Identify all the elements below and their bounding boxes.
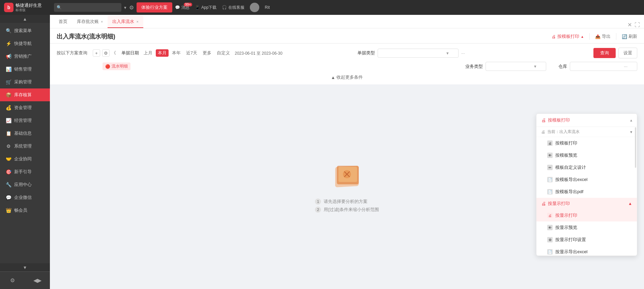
sidebar-item-purchase[interactable]: 🛒 采购管理 bbox=[0, 76, 50, 88]
message-icon: 💬 bbox=[175, 5, 180, 10]
export-icon: 📤 bbox=[595, 34, 601, 39]
dropdown-section-display[interactable]: 🖨 按显示打印 ▲ bbox=[536, 198, 637, 209]
date-opt-more[interactable]: 更多 bbox=[201, 49, 213, 57]
doc-type-dropdown-icon: ▾ bbox=[446, 51, 449, 56]
filter-tag-item: 🔴 流水明细 bbox=[103, 62, 130, 70]
dropdown-item-display-settings[interactable]: ⚙ 按显示打印设置 bbox=[536, 234, 637, 246]
tab-inout-flow[interactable]: 出入库流水 × bbox=[108, 16, 143, 28]
collapse-btn[interactable]: ▲ 收起更多条件 bbox=[331, 74, 363, 80]
dropdown-item-template-pdf[interactable]: 📄 按模板导出pdf bbox=[536, 186, 637, 198]
sidebar-item-system[interactable]: ⚙ 系统管理 bbox=[0, 140, 50, 153]
date-label: 单据日期 bbox=[121, 50, 139, 56]
sidebar-label-marketing: 营销推广 bbox=[14, 53, 32, 59]
system-icon: ⚙ bbox=[5, 143, 11, 149]
warehouse-select[interactable]: ··· bbox=[570, 62, 637, 71]
tab-batch-account[interactable]: 库存批次账 × bbox=[72, 16, 108, 28]
date-opt-7days[interactable]: 近7天 bbox=[184, 49, 199, 57]
dropdown-item-display-preview[interactable]: 👁 按显示预览 bbox=[536, 221, 637, 234]
sidebar-item-sales[interactable]: 📊 销售管理 bbox=[0, 63, 50, 76]
dropdown-item-display-print[interactable]: 🖨 按显示打印 bbox=[536, 209, 637, 221]
query-btn[interactable]: 查询 bbox=[593, 48, 616, 58]
dropdown-item-template-custom[interactable]: ✏ 模板自定义设计 bbox=[536, 161, 637, 174]
sidebar-scroll-down[interactable]: ▼ bbox=[0, 263, 50, 271]
date-range-display: 2023-06-01 至 2023-06-30 bbox=[235, 50, 282, 56]
dropdown-icon[interactable]: ▾ bbox=[124, 5, 126, 10]
display-print-icon: 🖨 bbox=[547, 213, 553, 218]
tab-inout-flow-close[interactable]: × bbox=[136, 20, 138, 24]
window-close-btn[interactable]: ✕ bbox=[627, 22, 632, 28]
settings-icon[interactable]: ⚙ bbox=[129, 4, 134, 11]
sales-icon: 📊 bbox=[5, 66, 11, 72]
dropdown-current[interactable]: 🖨 当前：出入库流水 ▾ bbox=[536, 127, 637, 137]
sidebar-item-operations[interactable]: 📈 经营管理 bbox=[0, 114, 50, 127]
sidebar-item-inventory[interactable]: 📦 库存核算 bbox=[0, 88, 50, 101]
filter-add-btn[interactable]: + bbox=[93, 49, 100, 57]
newbie-icon: 🎯 bbox=[5, 169, 11, 175]
dropdown-expand-btn[interactable]: ▴ bbox=[630, 118, 632, 123]
content-area: 首页 库存批次账 × 出入库流水 × ✕ ⛶ 出入库流水(流水明细) 🖨 bbox=[50, 15, 644, 289]
empty-tip-2: 2 用[过滤]条件来缩小分析范围 bbox=[315, 207, 379, 213]
sidebar-item-finance[interactable]: 💰 资金管理 bbox=[0, 101, 50, 114]
dropdown-scrollbar[interactable] bbox=[635, 127, 636, 168]
sidebar-item-app-center[interactable]: 🔧 应用中心 bbox=[0, 178, 50, 191]
top-search-bar[interactable]: 🔍 bbox=[54, 3, 121, 12]
doc-type-more[interactable]: ··· bbox=[461, 51, 465, 56]
filter-section-label: 按以下方案查询 bbox=[57, 50, 87, 56]
template-print-label: 按模板打印 bbox=[555, 140, 577, 146]
tab-batch-account-close[interactable]: × bbox=[101, 20, 103, 24]
filter-collapse-icon[interactable]: 《 bbox=[112, 50, 116, 56]
sidebar-item-quick-nav[interactable]: ⚡ 快捷导航 bbox=[0, 37, 50, 50]
print-btn[interactable]: 🖨 按模板打印 ▲ bbox=[552, 33, 584, 40]
doc-type-select[interactable]: ▾ bbox=[378, 49, 459, 58]
message-icon-item[interactable]: 💬 消息 99+ bbox=[175, 5, 189, 10]
user-avatar[interactable] bbox=[250, 3, 259, 12]
date-options: 上月 本月 本年 近7天 更多 自定义 bbox=[142, 49, 232, 57]
dropdown-item-template-preview[interactable]: 👁 按模板预览 bbox=[536, 149, 637, 161]
sidebar-collapse-btn[interactable]: ◀▶ bbox=[25, 274, 50, 286]
sidebar-item-basic[interactable]: 📋 基础信息 bbox=[0, 127, 50, 140]
date-opt-this-year[interactable]: 本年 bbox=[170, 49, 183, 57]
page-title: 出入库流水(流水明细) bbox=[57, 32, 115, 41]
main-layout: ▲ 🔍 搜索菜单 ⚡ 快捷导航 📢 营销推广 📊 销售管理 🛒 采购管理 bbox=[0, 15, 644, 289]
finance-icon: 💰 bbox=[5, 105, 11, 111]
collapse-icon: ▲ bbox=[331, 75, 335, 80]
app-download-item[interactable]: 📱 App下载 bbox=[195, 5, 216, 10]
sidebar-settings-btn[interactable]: ⚙ bbox=[0, 274, 25, 286]
sidebar-item-wechat[interactable]: 💬 企业微信 bbox=[0, 191, 50, 204]
tab-bar-right: ✕ ⛶ bbox=[627, 22, 640, 28]
template-excel-label: 按模板导出excel bbox=[555, 177, 587, 183]
sidebar-scroll-up[interactable]: ▲ bbox=[0, 15, 50, 23]
current-template-label: 🖨 当前：出入库流水 bbox=[541, 129, 580, 135]
app-version: 标准版 bbox=[16, 8, 42, 12]
sidebar-item-marketing[interactable]: 📢 营销推广 bbox=[0, 50, 50, 63]
date-opt-custom[interactable]: 自定义 bbox=[215, 49, 232, 57]
tip-2-text: 用[过滤]条件来缩小分析范围 bbox=[324, 207, 379, 213]
dropdown-item-display-excel[interactable]: 📄 按显示导出excel bbox=[536, 246, 637, 256]
online-service-item[interactable]: 🎧 在线客服 bbox=[222, 5, 244, 10]
sidebar-item-newbie[interactable]: 🎯 新手引导 bbox=[0, 165, 50, 178]
dropdown-item-template-print[interactable]: 🖨 按模板打印 bbox=[536, 137, 637, 149]
empty-tip-1: 1 请先选择要分析的方案 bbox=[315, 199, 368, 205]
date-opt-this-month[interactable]: 本月 bbox=[156, 49, 169, 57]
sidebar-item-cooperation[interactable]: 🤝 企业协同 bbox=[0, 153, 50, 165]
sidebar-item-search[interactable]: 🔍 搜索菜单 bbox=[0, 24, 50, 37]
display-excel-icon: 📄 bbox=[547, 249, 553, 255]
filter-setting-btn[interactable]: ⚙ bbox=[102, 49, 110, 57]
tab-batch-account-label: 库存批次账 bbox=[77, 19, 99, 25]
printer-header-icon: 🖨 bbox=[541, 117, 546, 123]
export-btn[interactable]: 📤 导出 bbox=[595, 33, 611, 40]
settings-btn[interactable]: 设置 bbox=[618, 48, 637, 58]
sidebar-label-search: 搜索菜单 bbox=[14, 28, 32, 34]
dropdown-title: 🖨 按模板打印 bbox=[541, 117, 570, 123]
date-opt-last-month[interactable]: 上月 bbox=[142, 49, 154, 57]
industry-btn[interactable]: 体验行业方案 bbox=[137, 2, 172, 12]
logo-text: 畅捷通好生意 标准版 bbox=[16, 3, 42, 12]
window-expand-btn[interactable]: ⛶ bbox=[635, 22, 640, 28]
refresh-btn[interactable]: 🔄 刷新 bbox=[622, 33, 637, 40]
dropdown-header: 🖨 按模板打印 ▴ bbox=[536, 114, 637, 127]
dropdown-item-template-excel[interactable]: 📄 按模板导出excel bbox=[536, 174, 637, 186]
sidebar-item-member[interactable]: 👑 畅会员 bbox=[0, 204, 50, 217]
tab-home[interactable]: 首页 bbox=[54, 16, 72, 28]
display-preview-icon: 👁 bbox=[547, 225, 553, 230]
business-type-select[interactable]: ▾ bbox=[486, 62, 546, 71]
